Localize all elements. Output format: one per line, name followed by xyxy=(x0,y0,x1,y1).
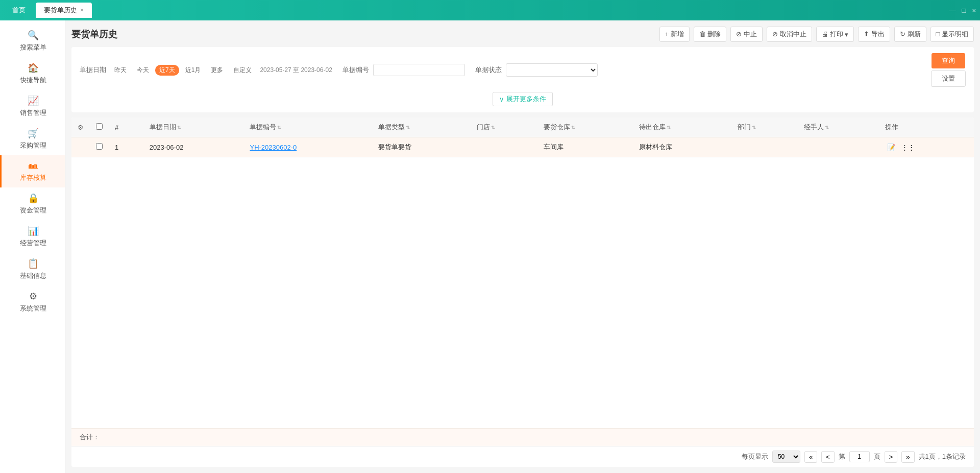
col-doctype-sort-icon: ⇅ xyxy=(406,125,410,130)
prev-page-button[interactable]: < xyxy=(821,451,835,463)
tab-home-label: 首页 xyxy=(12,6,26,15)
col-handler[interactable]: 经手人 ⇅ xyxy=(798,117,879,137)
sidebar-item-quick-nav-label: 快捷导航 xyxy=(20,76,46,85)
delete-button[interactable]: 🗑 删除 xyxy=(694,27,727,42)
select-all-checkbox[interactable] xyxy=(96,123,103,130)
col-date-label: 单据日期 xyxy=(150,123,176,132)
shortcut-today[interactable]: 今天 xyxy=(133,65,153,76)
col-doctype[interactable]: 单据类型 ⇅ xyxy=(372,117,471,137)
more-button[interactable]: ⋮⋮ xyxy=(899,141,917,153)
date-range-display: 2023-05-27 至 2023-06-02 xyxy=(260,66,332,75)
expand-row: ∨ 展开更多条件 xyxy=(80,92,966,106)
footer-label: 合计： xyxy=(80,433,100,441)
basic-icon: 📋 xyxy=(28,258,39,269)
tab-active-label: 要货单历史 xyxy=(44,6,77,15)
print-button[interactable]: 🖨 打印 ▾ xyxy=(816,27,854,42)
main-layout: 🔍 搜索菜单 🏠 快捷导航 📈 销售管理 🛒 采购管理 🏘 库存核算 🔒 资金管… xyxy=(0,20,980,473)
more-icon: ⋮⋮ xyxy=(901,144,915,151)
sidebar-item-operation[interactable]: 📊 经营管理 xyxy=(0,220,65,253)
table-footer: 合计： xyxy=(71,428,974,446)
show-detail-button[interactable]: □ 显示明细 xyxy=(930,27,974,42)
shortcut-yesterday[interactable]: 昨天 xyxy=(110,65,131,76)
sidebar-item-sales[interactable]: 📈 销售管理 xyxy=(0,90,65,123)
col-handler-sort[interactable]: 经手人 ⇅ xyxy=(804,123,829,132)
sidebar-item-finance[interactable]: 🔒 资金管理 xyxy=(0,187,65,220)
row-checkbox[interactable] xyxy=(96,143,103,150)
col-settings[interactable]: ⚙ xyxy=(71,117,90,137)
setting-button[interactable]: 设置 xyxy=(931,70,966,87)
cancel-stop-button[interactable]: ⊘ 取消中止 xyxy=(767,27,812,42)
status-select[interactable] xyxy=(506,63,598,77)
shortcut-1month[interactable]: 近1月 xyxy=(181,65,205,76)
col-req-warehouse-sort[interactable]: 要货仓库 ⇅ xyxy=(544,123,575,132)
minimize-icon[interactable]: — xyxy=(949,7,956,14)
date-filter: 单据日期 昨天 今天 近7天 近1月 更多 自定义 2023-05-27 至 2… xyxy=(80,65,332,76)
sidebar-item-inventory[interactable]: 🏘 库存核算 xyxy=(0,155,65,187)
window-close-icon[interactable]: × xyxy=(972,7,976,14)
tab-active[interactable]: 要货单历史 × xyxy=(36,3,92,18)
export-button[interactable]: ⬆ 导出 xyxy=(858,27,890,42)
sidebar-item-search[interactable]: 🔍 搜索菜单 xyxy=(0,25,65,57)
sidebar-item-operation-label: 经营管理 xyxy=(20,239,46,248)
shortcut-more[interactable]: 更多 xyxy=(207,65,227,76)
refresh-button[interactable]: ↻ 刷新 xyxy=(894,27,926,42)
cell-req-warehouse: 车间库 xyxy=(537,137,633,157)
query-button[interactable]: 查询 xyxy=(932,53,965,68)
sidebar-item-sales-label: 销售管理 xyxy=(20,108,46,117)
stop-button[interactable]: ⊘ 中止 xyxy=(730,27,763,42)
col-docno-sort[interactable]: 单据编号 ⇅ xyxy=(250,123,281,132)
col-pending-warehouse[interactable]: 待出仓库 ⇅ xyxy=(633,117,731,137)
cell-op: 📝 ⋮⋮ xyxy=(879,137,974,157)
inventory-icon: 🏘 xyxy=(29,160,38,171)
col-pending-warehouse-sort[interactable]: 待出仓库 ⇅ xyxy=(639,123,671,132)
shortcut-custom[interactable]: 自定义 xyxy=(229,65,256,76)
new-button[interactable]: + 新增 xyxy=(659,27,690,42)
col-op: 操作 xyxy=(879,117,974,137)
sidebar-item-system[interactable]: ⚙ 系统管理 xyxy=(0,286,65,318)
sidebar-item-purchase[interactable]: 🛒 采购管理 xyxy=(0,123,65,155)
operation-icon: 📊 xyxy=(28,225,39,236)
col-date[interactable]: 单据日期 ⇅ xyxy=(143,117,244,137)
shortcut-7days[interactable]: 近7天 xyxy=(155,65,179,76)
sidebar-item-basic[interactable]: 📋 基础信息 xyxy=(0,253,65,286)
purchase-icon: 🛒 xyxy=(28,128,39,139)
docno-link[interactable]: YH-20230602-0 xyxy=(250,144,297,151)
data-table: ⚙ # 单据日期 ⇅ 单据编号 xyxy=(71,117,974,157)
col-req-warehouse[interactable]: 要货仓库 ⇅ xyxy=(537,117,633,137)
tab-home[interactable]: 首页 xyxy=(4,3,34,18)
col-dept-sort[interactable]: 部门 ⇅ xyxy=(738,123,756,132)
col-store[interactable]: 门店 ⇅ xyxy=(471,117,537,137)
maximize-icon[interactable]: □ xyxy=(962,7,966,14)
next-page-button[interactable]: > xyxy=(885,451,898,463)
col-pending-warehouse-sort-icon: ⇅ xyxy=(667,125,671,130)
jump-suffix: 页 xyxy=(874,452,880,461)
setting-button-label: 设置 xyxy=(942,75,955,82)
prev-page-icon: < xyxy=(826,453,830,461)
total-label: 共1页，1条记录 xyxy=(919,452,966,461)
docno-input[interactable] xyxy=(373,64,465,76)
next-page-icon: > xyxy=(889,453,893,461)
tab-close-icon[interactable]: × xyxy=(80,7,84,14)
last-page-button[interactable]: » xyxy=(901,451,914,463)
col-date-sort[interactable]: 单据日期 ⇅ xyxy=(150,123,181,132)
cell-pending-warehouse: 原材料仓库 xyxy=(633,137,731,157)
page-input[interactable] xyxy=(849,451,870,462)
table-header-row: ⚙ # 单据日期 ⇅ 单据编号 xyxy=(71,117,974,137)
sidebar-item-inventory-label: 库存核算 xyxy=(20,173,46,182)
page-size-select[interactable]: 20 50 100 200 xyxy=(772,451,800,463)
sidebar: 🔍 搜索菜单 🏠 快捷导航 📈 销售管理 🛒 采购管理 🏘 库存核算 🔒 资金管… xyxy=(0,20,65,473)
col-doctype-sort[interactable]: 单据类型 ⇅ xyxy=(378,123,410,132)
query-button-label: 查询 xyxy=(942,57,955,64)
col-dept[interactable]: 部门 ⇅ xyxy=(731,117,798,137)
sidebar-item-basic-label: 基础信息 xyxy=(20,271,46,280)
sidebar-item-purchase-label: 采购管理 xyxy=(20,141,46,150)
expand-more-button[interactable]: ∨ 展开更多条件 xyxy=(493,92,553,106)
col-store-sort[interactable]: 门店 ⇅ xyxy=(477,123,495,132)
first-page-button[interactable]: « xyxy=(804,451,817,463)
show-detail-label: □ 显示明细 xyxy=(936,30,968,39)
filter-bar: 单据日期 昨天 今天 近7天 近1月 更多 自定义 2023-05-27 至 2… xyxy=(71,47,974,112)
sidebar-item-quick-nav[interactable]: 🏠 快捷导航 xyxy=(0,57,65,90)
cell-no: 1 xyxy=(109,137,143,157)
col-docno[interactable]: 单据编号 ⇅ xyxy=(243,117,372,137)
edit-button[interactable]: 📝 xyxy=(885,141,897,153)
